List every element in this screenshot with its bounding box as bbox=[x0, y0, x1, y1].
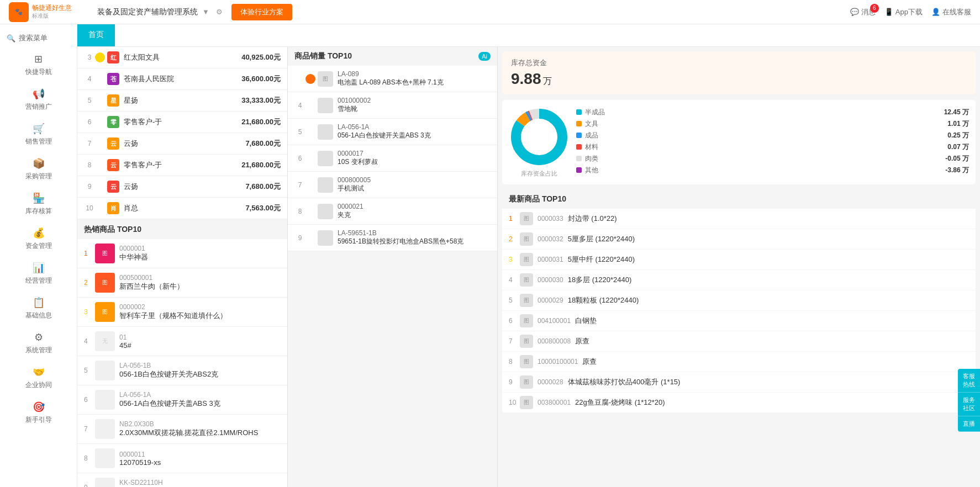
inventory-icon: 🏪 bbox=[33, 192, 45, 204]
sidebar-item-cooperation[interactable]: 🤝 企业协同 bbox=[0, 361, 77, 395]
trial-button[interactable]: 体验行业方案 bbox=[231, 4, 292, 20]
basic-info-icon: 📋 bbox=[33, 297, 45, 309]
sidebar-item-finance[interactable]: 💰 资金管理 bbox=[0, 221, 77, 256]
list-item: 4 苍 苍南县人民医院 36,600.00元 bbox=[77, 68, 287, 90]
sidebar-item-system[interactable]: ⚙ 系统管理 bbox=[0, 326, 77, 361]
service-community-button[interactable]: 服务社区 bbox=[958, 393, 980, 416]
system-icon: ⚙ bbox=[34, 331, 43, 343]
purchase-icon: 📦 bbox=[33, 157, 45, 170]
list-item: 1 图 0000001 中华神器 bbox=[77, 239, 287, 268]
legend-item: 成品 0.25 万 bbox=[576, 131, 969, 140]
legend-color-dot bbox=[576, 156, 582, 161]
hot-products-header: 热销商品 TOP10 bbox=[77, 220, 287, 239]
list-item: 7 云 云扬 7,680.00元 bbox=[77, 133, 287, 155]
new-products-header: 最新商品 TOP10 bbox=[502, 190, 976, 209]
legend-item: 其他 -3.86 万 bbox=[576, 166, 969, 175]
online-service-button[interactable]: 👤 在线客服 bbox=[931, 7, 971, 17]
list-item: 6 零 零售客户-于 21,680.00元 bbox=[77, 112, 287, 133]
inventory-amount: 9.88 bbox=[511, 70, 541, 87]
rank-badge-3 bbox=[95, 52, 105, 62]
list-item: 9 云 云扬 7,680.00元 bbox=[77, 176, 287, 198]
home-icon: ⊞ bbox=[34, 53, 43, 65]
customer-top10: 3 红 红太阳文具 40,925.00元 4 苍 苍南县人民医院 36,600.… bbox=[77, 47, 287, 219]
mobile-icon: 📱 bbox=[884, 8, 893, 16]
dropdown-arrow-icon[interactable]: ▼ bbox=[202, 8, 209, 16]
inventory-card: 库存总资金 9.88 万 bbox=[502, 51, 976, 94]
message-button[interactable]: 💬 消息 6 bbox=[850, 7, 876, 17]
customer-service-button[interactable]: 客服热线 bbox=[958, 369, 980, 393]
app-download-button[interactable]: 📱 App下载 bbox=[884, 7, 923, 17]
list-item: 4 图 0000030 18多层 (1220*2440) bbox=[502, 270, 976, 290]
hot-products-list: 1 图 0000001 中华神器 2 图 000500001 bbox=[77, 239, 287, 487]
sidebar-item-purchase[interactable]: 📦 采购管理 bbox=[0, 152, 77, 187]
service-icon: 👤 bbox=[931, 8, 940, 16]
header-right: 💬 消息 6 📱 App下载 👤 在线客服 bbox=[850, 7, 971, 17]
settings-icon[interactable]: ⚙ bbox=[216, 8, 223, 16]
list-item: 8 0000021 夹克 bbox=[288, 198, 497, 225]
new-products-list: 1 图 0000033 封边带 (1.0*22) 2 图 0000032 5厘多… bbox=[502, 209, 976, 413]
legend-color-dot bbox=[576, 121, 582, 126]
product-icon: 图 bbox=[318, 71, 333, 87]
customer-avatar: 零 bbox=[107, 116, 119, 128]
list-item: 2 图 0000032 5厘多层 (1220*2440) bbox=[502, 229, 976, 250]
customer-avatar: 星 bbox=[107, 94, 119, 107]
product-thumbnail bbox=[95, 478, 115, 487]
search-menu-label: 搜索菜单 bbox=[19, 33, 48, 43]
product-sales-header: 商品销量 TOP10 Ai bbox=[288, 47, 497, 66]
sidebar-label-purchase: 采购管理 bbox=[25, 172, 52, 181]
tab-home[interactable]: 首页 bbox=[77, 24, 115, 46]
sales-badge: Ai bbox=[478, 52, 491, 61]
sidebar-label-inventory: 库存核算 bbox=[25, 207, 52, 216]
product-icon: 图 bbox=[520, 294, 533, 307]
live-broadcast-button[interactable]: 直播 bbox=[958, 416, 980, 432]
customer-avatar: 肖 bbox=[107, 202, 119, 214]
legend-item: 半成品 12.45 万 bbox=[576, 108, 969, 117]
inventory-unit: 万 bbox=[543, 76, 552, 86]
sidebar-label-finance: 资金管理 bbox=[25, 241, 52, 251]
cooperation-icon: 🤝 bbox=[33, 366, 45, 378]
finance-icon: 💰 bbox=[33, 227, 45, 239]
nav-tabs: 首页 bbox=[77, 24, 980, 47]
product-icon bbox=[318, 151, 333, 166]
sidebar-item-guide[interactable]: 🎯 新手引导 bbox=[0, 395, 77, 430]
content-area: 3 红 红太阳文具 40,925.00元 4 苍 苍南县人民医院 36,600.… bbox=[77, 47, 980, 487]
sidebar-item-basic-info[interactable]: 📋 基础信息 bbox=[0, 291, 77, 326]
customer-avatar: 云 bbox=[107, 137, 119, 150]
search-icon: 🔍 bbox=[7, 34, 15, 43]
sidebar-item-inventory[interactable]: 🏪 库存核算 bbox=[0, 187, 77, 221]
sidebar-item-operations[interactable]: 📊 经营管理 bbox=[0, 256, 77, 291]
legend-item: 材料 0.07 万 bbox=[576, 142, 969, 152]
list-item: 5 星 星扬 33,333.00元 bbox=[77, 90, 287, 112]
list-item: 8 0000011 12070519-xs bbox=[77, 444, 287, 473]
main-content: 首页 3 红 红太阳文具 40,925.00元 4 bbox=[77, 24, 980, 487]
list-item: 3 图 0000031 5厘中纤 (1220*2440) bbox=[502, 250, 976, 270]
list-item: 2 图 000500001 新西兰牛肉（新牛） bbox=[77, 268, 287, 298]
donut-chart bbox=[509, 107, 570, 167]
product-icon bbox=[318, 204, 333, 219]
list-item: 7 NB2.0X30B 2.0X30MM双搓花轴.搓花直径2.1MM/ROHS bbox=[77, 415, 287, 444]
sidebar-label-basic-info: 基础信息 bbox=[25, 311, 52, 320]
customer-avatar: 云 bbox=[107, 181, 119, 193]
list-item: 9 图 0000028 体城茲核味苏打饮品400毫升 (1*15) bbox=[502, 372, 976, 393]
sidebar-label-sales: 销售管理 bbox=[25, 137, 52, 146]
sidebar-item-quick-nav[interactable]: ⊞ 快捷导航 bbox=[0, 47, 77, 82]
list-item: 9 KK-SD22110H 花语萌恒温分腿睡袋（厚款） bbox=[77, 473, 287, 487]
list-item: 6 图 004100001 白钢垫 bbox=[502, 311, 976, 331]
sidebar-label-quick-nav: 快捷导航 bbox=[25, 67, 52, 77]
hot-products-section: 热销商品 TOP10 1 图 0000001 中华神器 2 bbox=[77, 220, 287, 487]
logo-icon: 🐾 bbox=[9, 2, 29, 22]
sidebar-item-sales[interactable]: 🛒 销售管理 bbox=[0, 117, 77, 152]
product-icon: 图 bbox=[520, 355, 533, 368]
legend-color-dot bbox=[576, 144, 582, 150]
product-icon: 图 bbox=[520, 335, 533, 348]
list-item: 4 001000002 雪地靴 bbox=[288, 92, 497, 119]
legend-item: 肉类 -0.05 万 bbox=[576, 154, 969, 163]
product-sales-list: 图 LA-089 电池盖 LA-089 ABS本色+黑种 7.1克 4 0 bbox=[288, 66, 497, 251]
list-item: 9 LA-59651-1B 59651-1B旋转投影灯电池盒ABS黑色+58克 bbox=[288, 225, 497, 251]
sidebar-item-marketing[interactable]: 📢 营销推广 bbox=[0, 82, 77, 117]
product-icon: 图 bbox=[520, 396, 533, 409]
list-item: 3 红 红太阳文具 40,925.00元 bbox=[77, 47, 287, 68]
customer-avatar: 苍 bbox=[107, 73, 119, 85]
search-menu[interactable]: 🔍 搜索菜单 bbox=[0, 29, 77, 47]
rank-badge bbox=[305, 74, 315, 84]
